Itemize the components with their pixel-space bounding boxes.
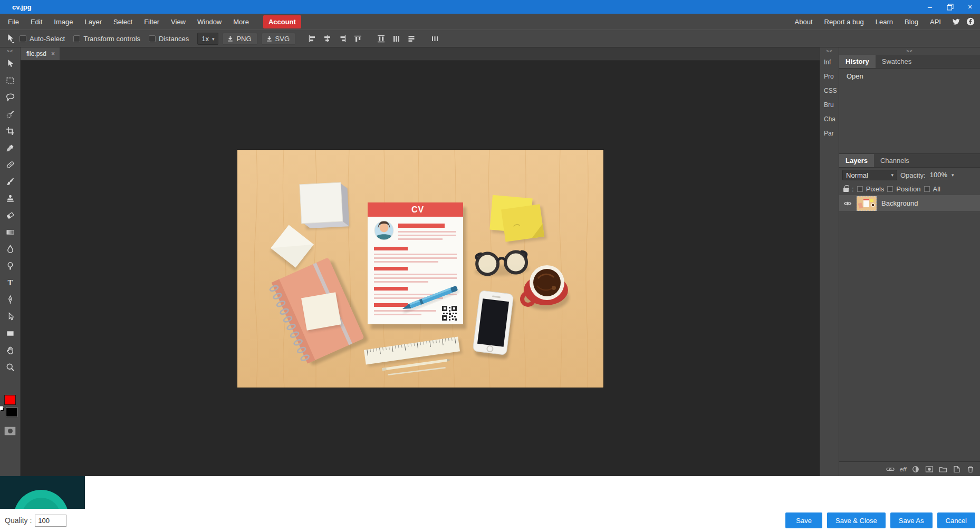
opacity-dropdown-icon[interactable]: ▾	[952, 172, 954, 178]
dodge-tool[interactable]	[1, 257, 19, 274]
zoom-tool[interactable]	[1, 359, 19, 375]
restore-icon[interactable]	[940, 0, 960, 14]
align-top-icon[interactable]	[351, 32, 364, 46]
link-layers-icon[interactable]	[886, 466, 895, 473]
distribute-horizontal-icon[interactable]	[389, 32, 403, 46]
canvas-document[interactable]: CV	[237, 150, 603, 388]
panel-character[interactable]: Cha	[820, 112, 839, 126]
document-tab[interactable]: file.psd ×	[21, 47, 60, 60]
adjustment-layer-icon[interactable]	[911, 466, 920, 473]
transform-controls-checkbox[interactable]: Transform controls	[73, 35, 140, 43]
menu-more[interactable]: More	[227, 15, 255, 28]
eraser-tool[interactable]	[1, 207, 19, 224]
marquee-select-tool[interactable]	[1, 72, 19, 89]
lock-pixels-checkbox[interactable]	[857, 186, 863, 192]
history-step-open[interactable]: Open	[839, 69, 980, 84]
quality-input[interactable]	[35, 515, 66, 527]
menu-select[interactable]: Select	[108, 15, 138, 28]
align-left-icon[interactable]	[305, 32, 319, 46]
save-and-close-button[interactable]: Save & Close	[827, 512, 886, 528]
crop-tool[interactable]	[1, 122, 19, 139]
link-learn[interactable]: Learn	[870, 15, 899, 28]
hand-tool[interactable]	[1, 342, 19, 359]
collapsed-strip-expand-icon[interactable]: ><	[820, 47, 839, 55]
cancel-button[interactable]: Cancel	[937, 512, 975, 528]
export-png-button[interactable]: PNG	[223, 33, 257, 45]
distances-checkbox-box[interactable]	[149, 35, 156, 42]
eyedropper-tool[interactable]	[1, 139, 19, 156]
lock-position-checkbox[interactable]	[887, 186, 893, 192]
opacity-value[interactable]: 100%	[929, 171, 948, 179]
delete-layer-icon[interactable]	[966, 466, 975, 473]
gradient-tool[interactable]	[1, 224, 19, 240]
link-about[interactable]: About	[789, 15, 819, 28]
transform-controls-checkbox-box[interactable]	[73, 35, 80, 42]
account-button[interactable]: Account	[263, 15, 301, 28]
distances-checkbox[interactable]: Distances	[149, 35, 189, 43]
clone-stamp-tool[interactable]	[1, 190, 19, 207]
auto-select-checkbox[interactable]: Auto-Select	[20, 35, 65, 43]
facebook-icon[interactable]	[966, 17, 975, 26]
link-report-a-bug[interactable]: Report a bug	[819, 15, 870, 28]
panel-css[interactable]: CSS	[820, 83, 839, 98]
pen-tool[interactable]	[1, 291, 19, 308]
right-panel-collapse-icon[interactable]: ><	[839, 47, 980, 55]
path-select-tool[interactable]	[1, 308, 19, 325]
panel-properties[interactable]: Pro	[820, 69, 839, 83]
twitter-icon[interactable]	[951, 18, 960, 26]
zoom-level-select[interactable]: 1x▾	[197, 33, 218, 45]
align-center-horizontal-icon[interactable]	[320, 32, 334, 46]
lasso-tool[interactable]	[1, 89, 19, 105]
export-svg-button[interactable]: SVG	[262, 33, 295, 45]
menu-file[interactable]: File	[2, 15, 25, 28]
blur-tool[interactable]	[1, 240, 19, 257]
tab-history[interactable]: History	[839, 55, 876, 68]
save-button[interactable]: Save	[785, 512, 822, 528]
move-tool[interactable]	[1, 55, 19, 72]
minimize-icon[interactable]: –	[920, 0, 940, 14]
type-tool[interactable]: T	[1, 274, 19, 291]
spot-healing-tool[interactable]	[1, 156, 19, 173]
distribute-stack-icon[interactable]	[405, 32, 418, 46]
new-folder-icon[interactable]	[939, 466, 947, 473]
background-color-swatch[interactable]	[6, 407, 17, 417]
layer-effects-label[interactable]: eff	[900, 466, 906, 472]
left-toolbar-collapse-icon[interactable]: ><	[0, 47, 20, 55]
blend-mode-select[interactable]: Normal ▾	[842, 170, 897, 180]
panel-brush[interactable]: Bru	[820, 98, 839, 112]
hidden-tool-slot[interactable]	[1, 375, 19, 392]
new-layer-icon[interactable]	[953, 466, 961, 473]
panel-info[interactable]: Inf	[820, 55, 839, 69]
tab-swatches[interactable]: Swatches	[876, 55, 918, 68]
menu-window[interactable]: Window	[191, 15, 227, 28]
link-blog[interactable]: Blog	[899, 15, 924, 28]
menu-layer[interactable]: Layer	[79, 15, 108, 28]
tab-layers[interactable]: Layers	[839, 154, 874, 167]
default-colors-icon[interactable]	[1, 408, 4, 411]
brush-tool[interactable]	[1, 173, 19, 190]
layer-row-background[interactable]: Background	[839, 195, 980, 212]
menu-filter[interactable]: Filter	[138, 15, 165, 28]
save-as-button[interactable]: Save As	[890, 512, 933, 528]
menu-view[interactable]: View	[165, 15, 191, 28]
quick-mask-icon[interactable]	[4, 427, 16, 436]
layer-thumbnail[interactable]	[857, 196, 877, 211]
tab-close-icon[interactable]: ×	[51, 50, 55, 57]
align-right-icon[interactable]	[335, 32, 349, 46]
menu-edit[interactable]: Edit	[25, 15, 48, 28]
tab-channels[interactable]: Channels	[874, 154, 916, 167]
foreground-color-swatch[interactable]	[4, 395, 16, 405]
close-icon[interactable]: ×	[960, 0, 980, 14]
lock-all-checkbox[interactable]	[924, 186, 930, 192]
canvas-area[interactable]: CV	[21, 61, 820, 476]
link-api[interactable]: API	[924, 15, 947, 28]
quick-selection-tool[interactable]	[1, 105, 19, 122]
layer-visibility-eye-icon[interactable]	[843, 200, 852, 207]
menu-image[interactable]: Image	[48, 15, 79, 28]
layer-mask-icon[interactable]	[925, 466, 934, 473]
distribute-spacing-icon[interactable]	[428, 32, 441, 46]
distribute-vertical-icon[interactable]	[374, 32, 388, 46]
rectangle-shape-tool[interactable]	[1, 325, 19, 342]
auto-select-checkbox-box[interactable]	[20, 35, 26, 42]
panel-paragraph[interactable]: Par	[820, 126, 839, 140]
